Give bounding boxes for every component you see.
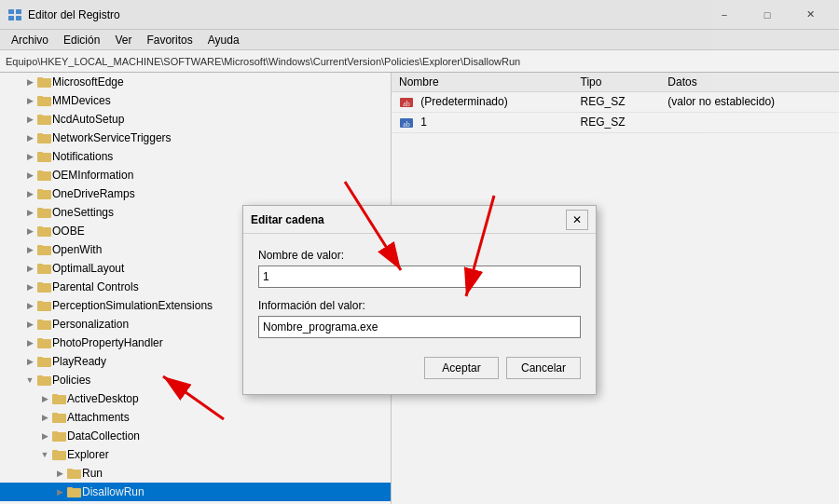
expander-icon: ▶ (22, 168, 37, 183)
tree-item-microsoftedge[interactable]: ▶ MicrosoftEdge (0, 73, 391, 91)
tree-item-notifications[interactable]: ▶ Notifications (0, 147, 391, 166)
folder-icon (37, 262, 52, 275)
tree-item-datacollection[interactable]: ▶ DataCollection (0, 427, 391, 445)
folder-icon (37, 131, 52, 144)
menu-favoritos[interactable]: Favoritos (139, 32, 199, 48)
folder-icon-selected (67, 485, 82, 498)
expander-icon: ▶ (37, 391, 52, 406)
svg-rect-47 (67, 469, 73, 471)
aceptar-button[interactable]: Aceptar (424, 357, 499, 379)
folder-icon (37, 113, 52, 126)
tree-item-oeminformation[interactable]: ▶ OEMInformation (0, 166, 391, 184)
expander-icon: ▶ (22, 186, 37, 201)
registry-values-table: Nombre Tipo Datos ab (Predeterminado) RE… (392, 73, 839, 133)
expander-icon: ▼ (37, 447, 52, 462)
maximize-button[interactable]: □ (746, 0, 789, 30)
window-controls: − □ ✕ (703, 0, 832, 30)
menu-edicion[interactable]: Edición (56, 32, 107, 48)
window-title: Editor del Registro (28, 8, 703, 21)
svg-rect-25 (37, 264, 43, 266)
tree-item-mmdevices[interactable]: ▶ MMDevices (0, 91, 391, 110)
nombre-label: Nombre de valor: (258, 249, 581, 262)
dialog-close-button[interactable]: ✕ (566, 210, 588, 230)
folder-icon (37, 299, 52, 312)
folder-icon (37, 150, 52, 163)
folder-icon (37, 318, 52, 331)
svg-rect-29 (37, 301, 43, 304)
svg-rect-21 (37, 226, 43, 229)
menu-ayuda[interactable]: Ayuda (200, 32, 247, 48)
value-name-cell: ab (Predeterminado) (392, 92, 573, 113)
folder-icon (37, 243, 52, 256)
svg-rect-43 (52, 431, 58, 434)
svg-rect-5 (37, 77, 43, 80)
svg-rect-11 (37, 133, 43, 136)
folder-icon (37, 374, 52, 387)
dialog-title: Editar cadena (251, 213, 566, 226)
tree-item-networkservicetriggers[interactable]: ▶ NetworkServiceTriggers (0, 129, 391, 147)
cancelar-button[interactable]: Cancelar (506, 357, 581, 379)
value-data-cell (660, 112, 839, 132)
tree-item-run[interactable]: ▶ Run (0, 464, 391, 483)
info-input[interactable] (258, 316, 581, 338)
folder-icon (37, 187, 52, 200)
expander-icon: ▶ (22, 298, 37, 313)
svg-rect-17 (37, 189, 43, 192)
folder-icon (37, 75, 52, 89)
menu-archivo[interactable]: Archivo (4, 32, 56, 48)
svg-rect-2 (8, 16, 14, 20)
expander-icon: ▶ (22, 261, 37, 276)
menu-bar: Archivo Edición Ver Favoritos Ayuda (0, 30, 839, 50)
table-row[interactable]: ab (Predeterminado) REG_SZ (valor no est… (392, 92, 839, 113)
svg-rect-7 (37, 96, 43, 99)
expander-icon: ▶ (22, 224, 37, 238)
svg-rect-45 (52, 450, 58, 453)
expander-icon: ▶ (22, 205, 37, 220)
folder-icon (37, 94, 52, 107)
folder-icon (37, 355, 52, 368)
svg-rect-41 (52, 413, 58, 415)
folder-icon (37, 336, 52, 349)
menu-ver[interactable]: Ver (107, 32, 139, 48)
svg-rect-13 (37, 152, 43, 155)
title-bar: Editor del Registro − □ ✕ (0, 0, 839, 30)
tree-item-attachments[interactable]: ▶ Attachments (0, 408, 391, 427)
address-bar: Equipo\HKEY_LOCAL_MACHINE\SOFTWARE\Micro… (0, 50, 839, 73)
folder-icon (37, 169, 52, 182)
svg-rect-39 (52, 394, 58, 397)
folder-icon (37, 206, 52, 219)
string-value-icon: ab (399, 116, 414, 129)
expander-icon: ▶ (22, 242, 37, 257)
expander-icon: ▶ (22, 149, 37, 164)
expander-icon: ▶ (22, 75, 37, 89)
svg-rect-0 (8, 9, 14, 14)
nombre-input[interactable] (258, 266, 581, 288)
expander-icon: ▶ (22, 335, 37, 350)
folder-icon (67, 467, 82, 480)
folder-icon (37, 225, 52, 238)
tree-item-disallowrun[interactable]: ▶ DisallowRun (0, 483, 391, 501)
svg-rect-9 (37, 115, 43, 117)
dialog-title-bar: Editar cadena ✕ (243, 206, 596, 234)
tree-item-onedrivecramps[interactable]: ▶ OneDriveRamps (0, 184, 391, 203)
value-name-cell: ab 1 (392, 112, 573, 132)
svg-rect-3 (16, 16, 21, 20)
tree-item-explorer[interactable]: ▼ Explorer (0, 445, 391, 464)
expander-icon: ▶ (22, 93, 37, 108)
tree-item-ncdautosetup[interactable]: ▶ NcdAutoSetup (0, 110, 391, 129)
svg-rect-31 (37, 320, 43, 322)
table-row[interactable]: ab 1 REG_SZ (392, 112, 839, 132)
dialog-body: Nombre de valor: Información del valor: … (243, 234, 596, 394)
close-button[interactable]: ✕ (789, 0, 832, 30)
col-nombre: Nombre (392, 73, 573, 92)
folder-icon (52, 411, 67, 424)
svg-rect-49 (67, 487, 73, 490)
folder-icon (52, 429, 67, 443)
svg-rect-15 (37, 170, 43, 173)
folder-icon (52, 448, 67, 461)
svg-rect-19 (37, 208, 43, 211)
value-data-cell: (valor no establecido) (660, 92, 839, 113)
edit-string-dialog: Editar cadena ✕ Nombre de valor: Informa… (242, 205, 597, 395)
minimize-button[interactable]: − (703, 0, 746, 30)
expander-icon: ▶ (22, 279, 37, 294)
